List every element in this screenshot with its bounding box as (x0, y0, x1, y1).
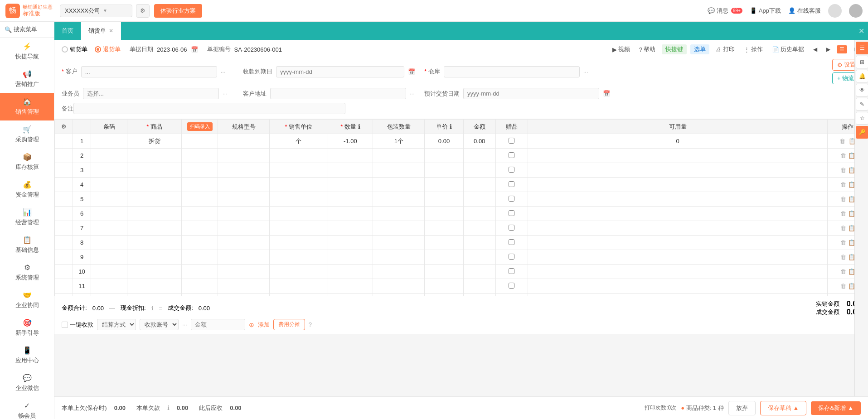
gift-checkbox[interactable] (509, 138, 514, 144)
right-panel-bell-btn[interactable]: 🔔 (856, 70, 868, 82)
sidebar-item-apps[interactable]: 📱 应用中心 (0, 342, 54, 369)
right-panel-eye-btn[interactable]: 👁 (856, 84, 868, 96)
add-icon[interactable]: ⊕ (249, 321, 254, 328)
sidebar-item-inventory[interactable]: 📦 库存核算 (0, 148, 54, 176)
user-avatar[interactable] (828, 4, 842, 18)
right-panel-fav-btn[interactable]: 🔑 (856, 126, 868, 139)
address-dots[interactable]: ··· (410, 90, 415, 97)
scan-button[interactable]: 扫码录入 (187, 122, 213, 131)
gift-checkbox[interactable] (509, 152, 514, 158)
address-input[interactable] (270, 88, 406, 99)
history-btn[interactable]: 📄 历史单据 (769, 44, 807, 54)
sidebar-item-member[interactable]: ✓ 畅会员 (0, 397, 54, 419)
tab-sales-order[interactable]: 销货单 ✕ (81, 22, 121, 40)
sidebar-item-basic[interactable]: 📋 基础信息 (0, 231, 54, 259)
sidebar-item-purchase[interactable]: 🛒 采购管理 (0, 120, 54, 148)
sidebar-item-guide[interactable]: 🎯 新手引导 (0, 314, 54, 342)
print-btn[interactable]: 🖨 打印 (713, 44, 737, 54)
customer-dots[interactable]: ··· (221, 68, 226, 75)
right-panel-list-btn[interactable]: ☰ (856, 42, 868, 54)
cell-gift[interactable] (495, 134, 528, 149)
shortcut-btn[interactable]: 快捷键 (662, 44, 687, 54)
warehouse-input[interactable]: 建材仓 (444, 66, 580, 77)
warehouse-dots[interactable]: ··· (583, 68, 588, 75)
right-panel-star-btn[interactable]: ☆ (856, 112, 868, 125)
due-date-input[interactable] (276, 66, 404, 77)
return-order-radio[interactable]: 退货单 (95, 45, 121, 53)
one-click-payment-checkbox[interactable]: 一键收款 (62, 321, 93, 329)
calc-method-select[interactable]: 结算方式 (97, 319, 136, 330)
delete-icon[interactable]: 🗑 (840, 196, 846, 202)
cell-pack-qty[interactable]: 1个 (373, 134, 425, 149)
delivery-input[interactable] (463, 88, 599, 99)
trial-button[interactable]: 体验行业方案 (154, 4, 202, 18)
gift-checkbox[interactable] (509, 210, 514, 216)
settings-button[interactable]: ⚙ (136, 4, 150, 18)
delete-icon[interactable]: 🗑 (840, 254, 846, 260)
sidebar-item-quick-nav[interactable]: ⚡ 快捷导航 (0, 38, 54, 65)
delete-icon[interactable]: 🗑 (840, 283, 846, 289)
cell-unit[interactable]: 个 (270, 134, 328, 149)
abandon-button[interactable]: 放弃 (728, 401, 756, 415)
sidebar-item-wechat[interactable]: 💬 企业微信 (0, 369, 54, 397)
close-all-icon[interactable]: ✕ (858, 27, 864, 35)
delivery-calendar-icon[interactable]: 📅 (603, 90, 610, 97)
list-view-btn[interactable]: ☰ (837, 45, 847, 53)
th-scan[interactable]: 扫码录入 (182, 120, 218, 134)
tab-close-icon[interactable]: ✕ (109, 28, 113, 34)
delete-icon[interactable]: 🗑 (840, 167, 846, 173)
tab-home[interactable]: 首页 (54, 22, 81, 40)
gift-checkbox[interactable] (509, 283, 514, 289)
calendar-icon[interactable]: 📅 (191, 46, 198, 53)
th-settings[interactable]: ⚙ (55, 120, 73, 134)
gift-checkbox[interactable] (509, 181, 514, 187)
delete-icon[interactable]: 🗑 (840, 210, 846, 217)
sidebar-item-finance[interactable]: 💰 资金管理 (0, 176, 54, 203)
delete-icon[interactable]: 🗑 (840, 152, 846, 159)
delete-icon[interactable]: 🗑 (840, 268, 846, 275)
salesperson-dots[interactable]: ··· (223, 90, 228, 97)
next-btn[interactable]: ▶ (824, 45, 833, 53)
online-service-button[interactable]: 👤 在线客服 (788, 7, 821, 15)
due-date-calendar-icon[interactable]: 📅 (408, 68, 415, 75)
amount-input[interactable] (191, 319, 245, 330)
sidebar-item-system[interactable]: ⚙ 系统管理 (0, 259, 54, 286)
sales-order-radio[interactable]: 销货单 (62, 45, 87, 53)
cell-barcode[interactable] (91, 134, 127, 149)
salesperson-input[interactable] (83, 88, 219, 99)
sidebar-item-sales[interactable]: 🏠 销售管理 (0, 93, 54, 120)
gift-checkbox[interactable] (509, 254, 514, 260)
payment-checkbox[interactable] (62, 322, 68, 328)
gift-checkbox[interactable] (509, 225, 514, 231)
action-btn[interactable]: ⋮ 操作 (741, 44, 766, 54)
cell-amount[interactable]: 0.00 (463, 134, 495, 149)
company-selector[interactable]: XXXXXX公司 ▼ (60, 5, 132, 17)
message-button[interactable]: 💬 消息 99+ (708, 7, 742, 15)
account-select[interactable]: 收款账号 (140, 319, 179, 330)
expense-split-button[interactable]: 费用分摊 (273, 319, 305, 330)
save-draft-button[interactable]: 保存草稿 ▲ (760, 401, 807, 415)
gift-checkbox[interactable] (509, 268, 514, 274)
delete-icon[interactable]: 🗑 (840, 239, 846, 246)
gift-checkbox[interactable] (509, 196, 514, 202)
cell-unit-price[interactable]: 0.00 (425, 134, 463, 149)
sidebar-item-marketing[interactable]: 📢 营销推广 (0, 65, 54, 93)
delete-icon[interactable]: 🗑 (840, 181, 846, 188)
sidebar-item-operations[interactable]: 📊 经营管理 (0, 203, 54, 231)
video-btn[interactable]: ▶ 视频 (610, 44, 633, 54)
save-new-button[interactable]: 保存&新增 ▲ (811, 401, 861, 415)
delete-icon[interactable]: 🗑 (839, 138, 845, 144)
help-btn[interactable]: ? 帮助 (636, 44, 658, 54)
select-btn[interactable]: 选单 (690, 44, 709, 54)
right-panel-edit-btn[interactable]: ✎ (856, 98, 868, 111)
cell-qty[interactable]: -1.00 (328, 134, 373, 149)
user-avatar-2[interactable] (849, 4, 863, 18)
sidebar-item-collab[interactable]: 🤝 企业协同 (0, 286, 54, 314)
remarks-input[interactable] (73, 103, 345, 114)
cell-spec[interactable] (218, 134, 270, 149)
gift-checkbox[interactable] (509, 167, 514, 173)
right-panel-grid-btn[interactable]: ⊞ (856, 56, 868, 68)
customer-input[interactable] (81, 66, 217, 77)
account-dots[interactable]: ··· (182, 321, 187, 328)
delete-icon[interactable]: 🗑 (840, 225, 846, 231)
